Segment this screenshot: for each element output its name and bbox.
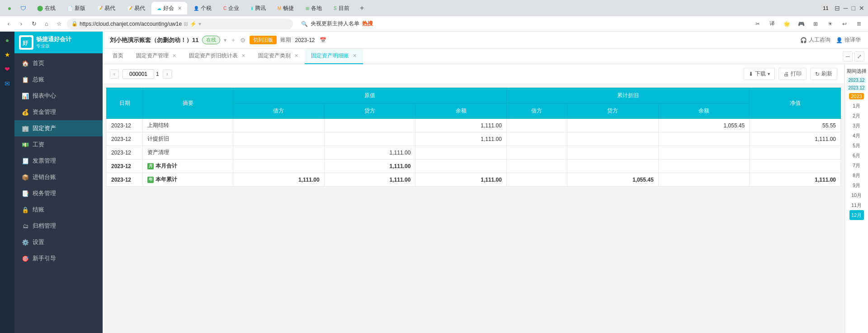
browser-tab-3[interactable]: 📝 易代 [92,2,121,14]
th-net-value: 净值 [750,88,841,119]
service-button[interactable]: 🎧 人工咨询 [800,36,830,44]
period-month-1[interactable]: 1月 [849,101,864,111]
menu-tool[interactable]: ≡ [854,19,864,29]
quick-icon-mail[interactable]: ✉ [1,78,13,89]
site-info-icon: ⊞ [184,21,188,27]
translate-tool[interactable]: 译 [767,19,778,29]
browser-maximize[interactable]: □ [852,5,855,12]
tab-label-5: 好会 [163,5,174,12]
switch-version-button[interactable]: 切到旧版 [250,36,277,44]
new-tab-button[interactable]: + [356,2,368,14]
period-month-6[interactable]: 6月 [849,150,864,160]
period-month-12[interactable]: 12月 [849,210,864,220]
period-month-5[interactable]: 5月 [849,141,864,150]
browser-tab-9[interactable]: M 畅捷 [272,2,299,14]
browser-tab-11[interactable]: S 目前 [328,2,355,14]
dropdown-arrow-icon[interactable]: ▾ [224,37,226,43]
refresh-button[interactable]: ↻ 刷新 [810,68,837,80]
period-month-11[interactable]: 11月 [849,200,864,210]
sidebar-item-home[interactable]: 🏠 首页 [14,55,103,71]
tab-ctrl-minimize[interactable]: ─ [843,52,853,61]
app-tab-depreciation[interactable]: 固定资产折旧统计表 ✕ [183,49,252,64]
scissors-tool[interactable]: ✂ [752,19,763,29]
download-button[interactable]: ⬇ 下载 ▾ [744,68,775,80]
period-month-7[interactable]: 7月 [849,160,864,170]
back-button[interactable]: ‹ [4,19,14,29]
app-tab-detail-ledger[interactable]: 固定资产明细账 ✕ [305,49,363,64]
sidebar-item-closing[interactable]: 🔒 结账 [14,202,103,218]
table-row-monthly-total: 2023-12 月 本月合计 1,111.00 [107,159,841,173]
browser-tab-5[interactable]: ☁ 好会 ✕ [151,2,187,14]
search-bar: 🔍 央视更新主持人名单 热搜 [296,20,750,28]
app-tab-home[interactable]: 首页 [106,49,130,64]
app-topbar: 刘小艳演示账套（勿删勿动！）11 在线 ▾ ＋ ⚙ 切到旧版 账期 2023-1… [103,32,868,49]
period-month-4[interactable]: 4月 [849,131,864,141]
th-orig-debit: 借方 [233,103,325,119]
sidebar-item-archive[interactable]: 🗂 归档管理 [14,218,103,234]
add-company-button[interactable]: ＋ [230,36,236,44]
app-tab-close-2[interactable]: ✕ [172,53,176,59]
th-summary: 摘要 [143,88,233,119]
page-code-input[interactable] [123,69,154,79]
browser-tab-10[interactable]: ⊞ 各地 [300,2,327,14]
sidebar-item-general-ledger[interactable]: 📋 总账 [14,71,103,88]
reload-button[interactable]: ↻ [29,19,39,29]
quick-icon-weibo[interactable]: ❤ [1,63,13,75]
sidebar-item-fixed-assets[interactable]: 🏢 固定资产 [14,120,103,136]
browser-sidebar-toggle[interactable]: ⊟ [835,5,840,12]
quick-icon-green[interactable]: ● [1,34,13,46]
period-month-3[interactable]: 3月 [849,121,864,131]
app-tab-fixed-assets-mgmt[interactable]: 固定资产管理 ✕ [130,49,183,64]
browser-tab-4[interactable]: 📝 易代 [122,2,151,14]
prev-page-button[interactable]: ‹ [110,70,119,79]
app-tab-label-5: 固定资产明细账 [311,52,349,60]
bookmark-button[interactable]: ☆ [54,19,64,29]
cell-dep-balance-2 [658,132,750,146]
settings-gear-icon[interactable]: ⚙ [240,37,246,44]
sidebar-item-reports[interactable]: 📊 报表中心 [14,88,103,104]
period-month-2[interactable]: 2月 [849,111,864,121]
address-dropdown[interactable]: ▾ [198,21,201,27]
wallet-tool[interactable]: 🌟 [781,19,792,29]
browser-tab-2[interactable]: 📄 新版 [62,2,91,14]
cell-date-1: 2023-12 [107,119,143,132]
period-month-8[interactable]: 8月 [849,170,864,180]
address-bar[interactable]: 🔒 https://cloud.chanjet.com/accounting/u… [67,19,293,29]
sidebar-item-invoice[interactable]: 🧾 发票管理 [14,153,103,169]
tab-ctrl-expand[interactable]: ⤢ [854,52,864,61]
print-button[interactable]: 🖨 打印 [778,68,807,80]
sidebar-item-payroll[interactable]: 💵 工资 [14,136,103,153]
sidebar-label-invoice: 发票管理 [33,157,56,165]
sidebar-item-settings[interactable]: ⚙️ 设置 [14,234,103,250]
browser-tab-1[interactable]: ⬤ 在线 [32,2,61,14]
home-button[interactable]: ⌂ [42,19,52,29]
quick-icon-star[interactable]: ★ [1,49,13,61]
tab-close-5[interactable]: ✕ [178,5,182,11]
monthly-total-label: 本月合计 [156,162,177,170]
browser-close[interactable]: ✕ [859,5,864,12]
user-info[interactable]: 👤 徐译华 [836,36,861,44]
forward-button[interactable]: › [16,19,26,29]
game-tool[interactable]: 🎮 [796,19,807,29]
period-month-10[interactable]: 10月 [849,190,864,200]
browser-tab-8[interactable]: ii 腾讯 [245,2,271,14]
browser-minimize[interactable]: ─ [844,5,848,12]
period-month-9[interactable]: 9月 [849,180,864,190]
sidebar-item-guide[interactable]: 🎯 新手引导 [14,250,103,267]
app-tab-close-4[interactable]: ✕ [294,53,298,59]
history-tool[interactable]: ↩ [839,19,850,29]
sidebar-item-purchase-sales[interactable]: 📦 进销台账 [14,169,103,185]
app-tab-close-3[interactable]: ✕ [241,53,245,59]
next-page-button[interactable]: › [163,70,172,79]
sidebar-item-funds[interactable]: 💰 资金管理 [14,104,103,120]
tab-controls: ─ ⤢ [843,52,864,61]
browser-tab-6[interactable]: 👤 个税 [188,2,217,14]
browser-tab-7[interactable]: C 企业 [218,2,245,14]
sidebar-item-tax[interactable]: 📑 税务管理 [14,185,103,202]
app-tab-category[interactable]: 固定资产类别 ✕ [252,49,305,64]
grid-tool[interactable]: ⊞ [810,19,821,29]
cell-net-4 [750,159,841,173]
brightness-tool[interactable]: ☀ [825,19,835,29]
period-edit-icon[interactable]: 📅 [320,37,326,43]
app-tab-close-5[interactable]: ✕ [353,53,357,59]
